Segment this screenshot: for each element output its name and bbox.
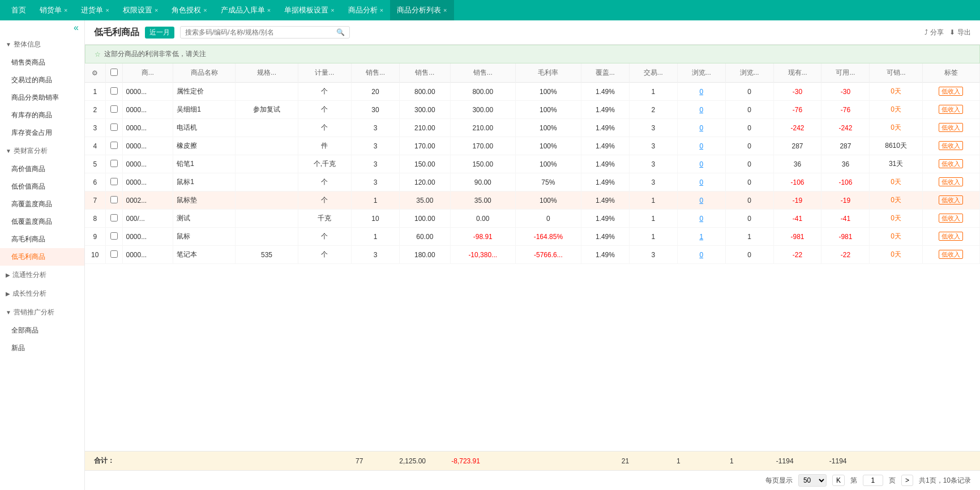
cell-current: -30 [773, 83, 821, 101]
cell-checkbox[interactable] [105, 101, 122, 119]
close-icon[interactable]: × [203, 7, 207, 14]
sidebar-item-high-coverage[interactable]: 高覆盖度商品 [0, 195, 84, 213]
cell-sales-profit: -10,380... [450, 246, 515, 264]
cell-checkbox[interactable] [105, 191, 122, 210]
sidebar-item-low-value[interactable]: 低价值商品 [0, 178, 84, 195]
sidebar-group-marketing[interactable]: ▼ 营销推广分析 [0, 303, 84, 322]
cell-browse1: 0 [677, 137, 725, 155]
close-icon[interactable]: × [64, 7, 67, 14]
nav-purchase[interactable]: 进货单 × [74, 0, 115, 20]
sidebar-item-high-margin[interactable]: 高毛利商品 [0, 231, 84, 248]
nav-roles[interactable]: 角色授权 × [165, 0, 213, 20]
footer-sales-qty: 77 [333, 457, 386, 465]
cell-checkbox[interactable] [105, 155, 122, 173]
cell-trade: 1 [629, 83, 677, 101]
browse1-link[interactable]: 1 [699, 233, 703, 241]
sidebar-item-inventory-capital[interactable]: 库存资金占用 [0, 124, 84, 142]
sidebar-group-wealth[interactable]: ▼ 类财富分析 [0, 142, 84, 160]
sidebar-item-low-margin[interactable]: 低毛利商品 [0, 248, 84, 266]
cell-sales-price: 150.00 [399, 155, 450, 173]
close-icon[interactable]: × [155, 7, 158, 14]
close-icon[interactable]: × [105, 7, 109, 14]
cell-checkbox[interactable] [105, 228, 122, 246]
cell-browse1: 0 [677, 210, 725, 228]
sidebar-item-category-rate[interactable]: 商品分类助销率 [0, 89, 84, 106]
cell-code: 0000... [122, 228, 173, 246]
cell-checkbox[interactable] [105, 173, 122, 191]
nav-product-in[interactable]: 产成品入库单 × [214, 0, 277, 20]
col-checkbox[interactable] [105, 63, 122, 83]
chevron-down-icon: ▼ [6, 309, 11, 316]
sidebar-item-high-value[interactable]: 高价值商品 [0, 160, 84, 178]
nav-home[interactable]: 首页 [5, 0, 33, 20]
table-row: 2 0000... 吴细细1 参加复试 个 30 300.00 300.00 1… [85, 101, 980, 119]
col-browse2: 浏览... [725, 63, 773, 83]
browse1-link[interactable]: 0 [699, 106, 703, 114]
browse1-link[interactable]: 0 [699, 251, 703, 259]
nav-product-analysis-list[interactable]: 商品分析列表 × [390, 0, 453, 20]
cell-saleable: 0天 [870, 210, 922, 228]
next-page-btn[interactable]: > [901, 475, 913, 486]
cell-checkbox[interactable] [105, 137, 122, 155]
row-checkbox[interactable] [110, 105, 118, 113]
cell-spec [236, 228, 298, 246]
close-icon[interactable]: × [267, 7, 271, 14]
row-checkbox[interactable] [110, 214, 118, 221]
nav-template[interactable]: 单据模板设置 × [277, 0, 341, 20]
date-tag-btn[interactable]: 近一月 [145, 27, 174, 39]
sidebar-collapse-btn[interactable]: « [71, 23, 81, 33]
browse1-link[interactable]: 0 [699, 124, 703, 132]
tag-badge: 低收入 [939, 141, 963, 150]
sidebar-group-overall[interactable]: ▼ 整体信息 [0, 35, 84, 54]
per-page-select[interactable]: 50 100 200 [798, 474, 827, 487]
row-checkbox[interactable] [110, 232, 118, 240]
browse1-link[interactable]: 0 [699, 160, 703, 168]
search-input[interactable] [185, 28, 336, 36]
prev-page-btn[interactable]: K [832, 475, 845, 486]
browse1-link[interactable]: 0 [699, 88, 703, 96]
row-checkbox[interactable] [110, 160, 118, 167]
cell-sales-profit: 300.00 [450, 101, 515, 119]
cell-saleable: 0天 [870, 246, 922, 264]
sidebar-item-traded-products[interactable]: 交易过的商品 [0, 71, 84, 89]
export-btn[interactable]: ⬇ 导出 [949, 28, 971, 37]
footer-browse2: 1 [705, 457, 758, 465]
sidebar-group-circulation[interactable]: ▶ 流通性分析 [0, 266, 84, 284]
row-checkbox[interactable] [110, 142, 118, 149]
chevron-down-icon: ▼ [6, 41, 11, 48]
row-checkbox[interactable] [110, 178, 118, 185]
close-icon[interactable]: × [331, 7, 334, 14]
row-checkbox[interactable] [110, 196, 118, 203]
browse1-link[interactable]: 0 [699, 215, 703, 223]
row-checkbox[interactable] [110, 250, 118, 258]
sidebar-item-in-stock[interactable]: 有库存的商品 [0, 106, 84, 124]
sidebar-item-new-products[interactable]: 新品 [0, 339, 84, 357]
close-icon[interactable]: × [380, 7, 383, 14]
nav-product-analysis[interactable]: 商品分析 × [341, 0, 390, 20]
share-btn[interactable]: ⤴ 分享 [925, 28, 944, 37]
sidebar-item-all-products[interactable]: 全部商品 [0, 322, 84, 339]
close-icon[interactable]: × [443, 7, 447, 14]
cell-index: 1 [85, 83, 105, 101]
browse1-link[interactable]: 0 [699, 197, 703, 204]
col-settings[interactable]: ⚙ [85, 63, 105, 83]
browse1-link[interactable]: 0 [699, 178, 703, 186]
sidebar-item-sales-products[interactable]: 销售类商品 [0, 54, 84, 71]
sidebar-group-growth[interactable]: ▶ 成长性分析 [0, 284, 84, 303]
cell-checkbox[interactable] [105, 119, 122, 137]
nav-sales[interactable]: 销货单 × [33, 0, 74, 20]
cell-browse1: 0 [677, 119, 725, 137]
page-input[interactable] [863, 475, 883, 486]
col-code: 商... [122, 63, 173, 83]
cell-index: 2 [85, 101, 105, 119]
nav-permissions[interactable]: 权限设置 × [116, 0, 165, 20]
row-checkbox[interactable] [110, 123, 118, 131]
cell-checkbox[interactable] [105, 246, 122, 264]
row-checkbox[interactable] [110, 87, 118, 95]
sidebar-item-low-coverage[interactable]: 低覆盖度商品 [0, 213, 84, 231]
browse1-link[interactable]: 0 [699, 142, 703, 150]
select-all-checkbox[interactable] [110, 69, 118, 76]
cell-checkbox[interactable] [105, 83, 122, 101]
cell-sales-qty: 1 [352, 228, 400, 246]
cell-checkbox[interactable] [105, 210, 122, 228]
